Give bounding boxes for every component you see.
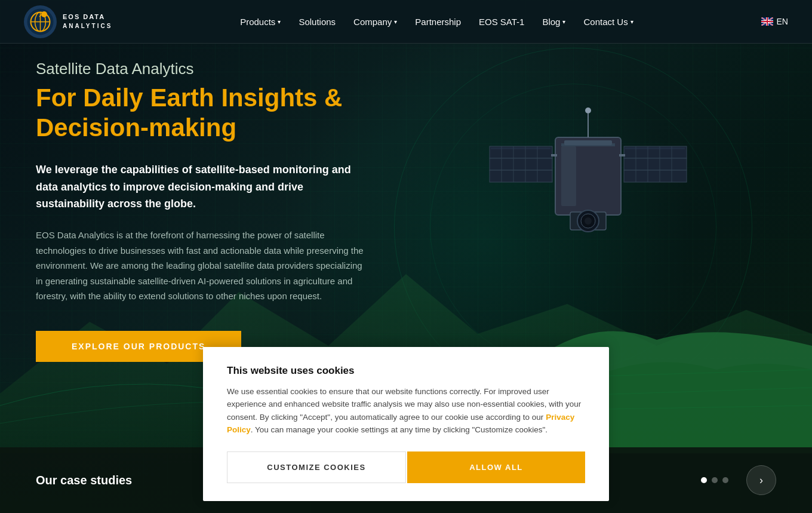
satellite-image bbox=[484, 54, 693, 281]
customize-cookies-button[interactable]: CUSTOMIZE COOKIES bbox=[227, 451, 406, 483]
cookie-text-part1: We use essential cookies to ensure that … bbox=[227, 387, 581, 422]
cookie-banner: This website uses cookies We use essenti… bbox=[203, 347, 609, 501]
svg-rect-16 bbox=[761, 21, 773, 22]
nav-partnership[interactable]: Partnership bbox=[415, 17, 461, 27]
header: EOS DATA ANALYTICS Products ▾ Solutions … bbox=[0, 0, 812, 44]
svg-rect-36 bbox=[619, 154, 625, 156]
svg-point-44 bbox=[585, 107, 591, 113]
contact-chevron-icon: ▾ bbox=[630, 19, 633, 25]
blog-chevron-icon: ▾ bbox=[562, 19, 565, 25]
svg-rect-23 bbox=[490, 170, 552, 182]
nav-solutions[interactable]: Solutions bbox=[299, 17, 336, 27]
chevron-right-icon: › bbox=[759, 474, 763, 487]
svg-point-40 bbox=[585, 217, 592, 225]
next-arrow-button[interactable]: › bbox=[746, 465, 776, 495]
hero-desc-secondary: EOS Data Analytics is at the forefront o… bbox=[36, 228, 370, 304]
svg-rect-26 bbox=[624, 170, 687, 182]
svg-rect-45 bbox=[561, 146, 576, 206]
hero-title: For Daily Earth Insights & Decision-maki… bbox=[36, 83, 370, 143]
nav-company[interactable]: Company ▾ bbox=[353, 17, 397, 27]
svg-rect-42 bbox=[564, 140, 612, 145]
language-selector[interactable]: EN bbox=[761, 17, 788, 26]
hero-content: Satellite Data Analytics For Daily Earth… bbox=[0, 60, 406, 362]
nav-blog[interactable]: Blog ▾ bbox=[542, 17, 565, 27]
svg-rect-46 bbox=[491, 148, 550, 149]
svg-rect-25 bbox=[624, 158, 687, 170]
logo-icon bbox=[24, 5, 57, 38]
svg-rect-35 bbox=[551, 154, 557, 156]
svg-rect-22 bbox=[490, 158, 552, 170]
logo[interactable]: EOS DATA ANALYTICS bbox=[24, 5, 112, 38]
dot-2[interactable] bbox=[712, 477, 718, 483]
cookie-buttons: CUSTOMIZE COOKIES ALLOW ALL bbox=[227, 451, 585, 483]
company-chevron-icon: ▾ bbox=[394, 19, 397, 25]
nav-eos-sat1[interactable]: EOS SAT-1 bbox=[479, 17, 524, 27]
logo-text: EOS DATA ANALYTICS bbox=[63, 13, 112, 30]
hero-subtitle: Satellite Data Analytics bbox=[36, 60, 370, 78]
products-chevron-icon: ▾ bbox=[278, 19, 281, 25]
hero-desc-main: We leverage the capabilities of satellit… bbox=[36, 161, 370, 213]
allow-all-button[interactable]: ALLOW ALL bbox=[407, 451, 585, 483]
svg-rect-47 bbox=[625, 148, 685, 149]
flag-icon bbox=[761, 17, 773, 26]
nav-contact-us[interactable]: Contact Us ▾ bbox=[583, 17, 633, 27]
logo-company-name: EOS DATA bbox=[63, 13, 112, 21]
carousel-dots bbox=[701, 477, 728, 483]
satellite-svg bbox=[484, 54, 693, 281]
nav-products[interactable]: Products ▾ bbox=[240, 17, 281, 27]
lang-label: EN bbox=[777, 17, 788, 26]
logo-sub-name: ANALYTICS bbox=[63, 22, 112, 30]
svg-point-6 bbox=[41, 11, 47, 17]
cookie-title: This website uses cookies bbox=[227, 365, 585, 377]
cookie-text-part2: . You can manage your cookie settings at… bbox=[251, 425, 548, 434]
dot-1[interactable] bbox=[701, 477, 707, 483]
main-nav: Products ▾ Solutions Company ▾ Partnersh… bbox=[240, 17, 633, 27]
case-studies-label: Our case studies bbox=[36, 474, 132, 487]
cookie-text: We use essential cookies to ensure that … bbox=[227, 385, 585, 437]
dot-3[interactable] bbox=[722, 477, 728, 483]
